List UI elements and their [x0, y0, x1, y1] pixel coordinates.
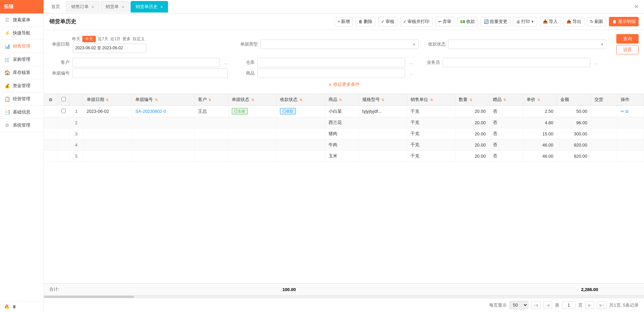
batch-change-button[interactable]: 🔄 批量变更	[481, 17, 510, 26]
show-detail-button[interactable]: 📋 显示明细	[609, 17, 639, 26]
th-unit[interactable]: 销售单位 ⇅	[407, 94, 455, 106]
date-range-input[interactable]	[72, 44, 146, 53]
th-checkbox[interactable]	[57, 94, 69, 106]
scrollbar-thumb[interactable]	[44, 296, 134, 298]
th-doc-status[interactable]: 单据状态 ⇅	[228, 94, 276, 106]
fire-icon[interactable]: 🔥	[4, 304, 9, 309]
operations-icon: 📋	[4, 96, 10, 102]
export-button[interactable]: 📤 导出	[563, 17, 584, 26]
th-goods[interactable]: 商品 ⇅	[325, 94, 359, 106]
table-row: 3猪肉千克20.00否15.00300.00	[44, 128, 644, 139]
first-page-btn[interactable]: |◀	[531, 301, 541, 309]
shortcut-last1m[interactable]: 近1月	[110, 36, 121, 42]
sidebar-item-search-menu[interactable]: ☰ 搜索菜单	[0, 14, 44, 27]
sidebar: 拓猫 ☰ 搜索菜单 ⚡ 快捷导航 📊 销售管理 🛒 采购管理 🏠 库存核算 💰 …	[0, 0, 44, 312]
prev-page-btn[interactable]: ◀	[543, 301, 552, 309]
main-content: 首页 销售订单 ✕ 销货单 ✕ 销货单历史 ✕ ✕ 销货单历史 + 新增 🗑 删…	[44, 0, 644, 312]
row-doc-no[interactable]	[132, 128, 194, 139]
set-button[interactable]: 设置	[616, 45, 639, 54]
page-input[interactable]	[562, 301, 576, 309]
goods-input[interactable]	[257, 69, 405, 78]
doc-type-select[interactable]: ▼	[260, 40, 419, 49]
sidebar-item-inventory[interactable]: 🏠 库存核算	[0, 66, 44, 79]
customer-input[interactable]	[72, 58, 220, 67]
goods-dots-btn[interactable]: ...	[409, 71, 413, 76]
doc-no-link[interactable]: SA-20230602-0	[135, 109, 166, 114]
last-page-btn[interactable]: ▶|	[597, 301, 607, 309]
edit-action-btn[interactable]: ✏	[621, 109, 624, 114]
row-doc-date	[83, 151, 132, 162]
row-doc-no[interactable]	[132, 139, 194, 151]
tab-home[interactable]: 首页	[47, 1, 65, 12]
customer-dots-btn[interactable]: ...	[224, 60, 228, 65]
refresh-button[interactable]: ↻ 刷新	[587, 17, 606, 26]
shortcut-yesterday[interactable]: 昨天	[72, 36, 80, 42]
shortcut-custom[interactable]: 自定义	[133, 36, 145, 42]
pause-icon[interactable]: ⏸	[12, 304, 17, 309]
th-collect-status[interactable]: 收款状态 ⇅	[277, 94, 325, 106]
collect-status-select[interactable]: ▼	[448, 40, 607, 49]
th-doc-no[interactable]: 单据编号 ⇅	[132, 94, 194, 106]
row-spec	[359, 151, 407, 162]
shortcut-last7[interactable]: 近7天	[98, 36, 108, 42]
next-page-btn[interactable]: ▶	[585, 301, 594, 309]
sort-customer-icon: ⇅	[208, 98, 211, 102]
tab-sales-history[interactable]: 销货单历史 ✕	[131, 1, 168, 12]
new-button[interactable]: + 新增	[335, 17, 353, 26]
collect-button[interactable]: 💵 收款	[457, 17, 478, 26]
sidebar-item-finance[interactable]: 💰 资金管理	[0, 79, 44, 93]
shortcut-more[interactable]: 更多	[122, 36, 131, 42]
collapse-more-btn[interactable]: ∧ 收起更多条件	[49, 79, 639, 89]
warehouse-input[interactable]	[257, 58, 405, 67]
sort-unit-icon: ⇅	[430, 98, 433, 102]
close-sales-order-tab[interactable]: ✕	[91, 5, 94, 9]
select-all-checkbox[interactable]	[61, 97, 66, 101]
salesperson-dots-btn[interactable]: ...	[594, 60, 598, 65]
row-gift: 否	[489, 151, 523, 162]
import-button[interactable]: 📥 导入	[540, 17, 561, 26]
delete-button[interactable]: 🗑 删除	[356, 17, 375, 26]
page-size-select[interactable]: 50 100 200	[509, 301, 528, 309]
row-doc-no[interactable]: SA-20230602-0	[132, 106, 194, 117]
sidebar-item-sales-mgmt[interactable]: 📊 销售管理	[0, 40, 44, 53]
row-doc-no[interactable]	[132, 117, 194, 128]
th-customer[interactable]: 客户 ⇅	[194, 94, 228, 106]
row-doc-date	[83, 128, 132, 139]
close-sales-history-tab[interactable]: ✕	[160, 5, 163, 9]
th-qty[interactable]: 数量 ⇅	[455, 94, 489, 106]
discard-button[interactable]: ↩ 弃审	[435, 17, 454, 26]
shortcut-today[interactable]: 今天	[82, 36, 96, 42]
row-checkbox[interactable]	[61, 109, 66, 113]
quick-nav-icon: ⚡	[4, 30, 10, 36]
th-doc-date[interactable]: 单据日期 ⇅	[83, 94, 132, 106]
audit-button[interactable]: ✓ 审核	[378, 17, 397, 26]
sidebar-item-basic-info[interactable]: 📑 基础信息	[0, 106, 44, 119]
sidebar-item-purchase-mgmt[interactable]: 🛒 采购管理	[0, 53, 44, 66]
audit-print-button[interactable]: ✓ 审核并打印	[400, 17, 432, 26]
close-window-btn[interactable]: ✕	[632, 3, 641, 10]
horizontal-scrollbar[interactable]	[44, 295, 644, 298]
query-button[interactable]: 查询	[616, 34, 639, 44]
sidebar-item-label: 经营管理	[13, 96, 30, 102]
th-gear[interactable]: ⚙	[44, 94, 57, 106]
close-sales-goods-tab[interactable]: ✕	[121, 5, 124, 9]
sort-doc-status-icon: ⇅	[251, 98, 254, 102]
sidebar-item-system[interactable]: ⚙ 系统管理	[0, 119, 44, 132]
sidebar-item-quick-nav[interactable]: ⚡ 快捷导航	[0, 27, 44, 40]
th-gift[interactable]: 赠品 ⇅	[489, 94, 523, 106]
tab-sales-order[interactable]: 销售订单 ✕	[66, 1, 99, 12]
row-gear-cell	[44, 151, 57, 162]
th-unit-price[interactable]: 单价 ⇅	[523, 94, 557, 106]
row-doc-no[interactable]	[132, 151, 194, 162]
tab-sales-goods[interactable]: 销货单 ✕	[101, 1, 129, 12]
salesperson-input[interactable]	[443, 58, 590, 67]
row-transaction	[591, 128, 617, 139]
finance-icon: 💰	[4, 83, 10, 89]
date-shortcuts-group: 昨天 今天 近7天 近1月 更多 自定义	[72, 36, 146, 53]
copy-action-btn[interactable]: ⧉	[625, 109, 628, 114]
doc-number-input[interactable]	[72, 69, 228, 78]
print-button[interactable]: 🖨 打印 ▼	[513, 17, 537, 26]
sidebar-item-operations[interactable]: 📋 经营管理	[0, 93, 44, 106]
warehouse-dots-btn[interactable]: ...	[409, 60, 413, 65]
th-spec[interactable]: 规格型号 ⇅	[359, 94, 407, 106]
